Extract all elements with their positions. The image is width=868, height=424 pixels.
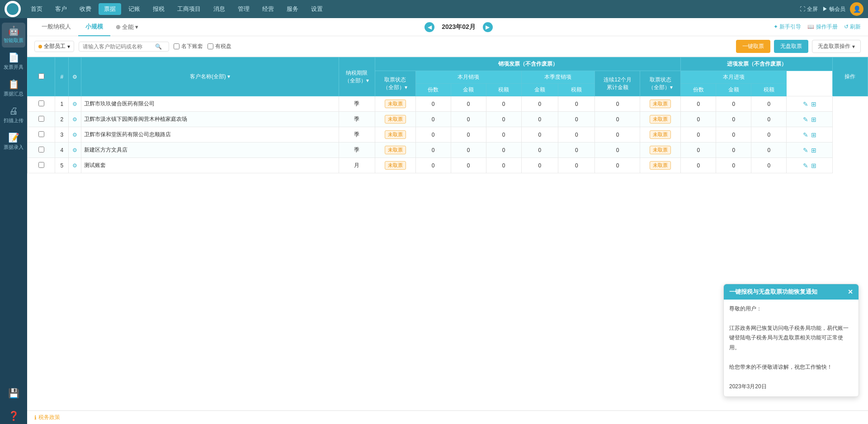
notification-close-btn[interactable]: ✕: [848, 288, 853, 295]
row-customer: 卫辉市保和堂医药有限公司忠顺路店: [81, 127, 339, 143]
th-tax-period[interactable]: 纳税期限（全部）▾: [339, 57, 375, 96]
view-icon[interactable]: ⊞: [811, 100, 816, 108]
row-sale-q-tax: 0: [558, 112, 594, 127]
row-customer: 卫辉市玖玖健合医药有限公司: [81, 96, 339, 112]
row-settings[interactable]: ⚙: [69, 143, 81, 158]
row-checkbox[interactable]: [28, 96, 55, 112]
no-disk-ops-btn[interactable]: 无盘取票操作 ▾: [812, 40, 861, 53]
nav-business[interactable]: 工商项目: [172, 3, 206, 15]
view-icon[interactable]: ⊞: [811, 131, 816, 138]
sidebar-item-summary[interactable]: 📋 票据汇总: [2, 76, 25, 101]
nav-manage[interactable]: 管理: [232, 3, 255, 15]
sidebar-item-entry[interactable]: 📝 票据录入: [2, 129, 25, 154]
row-sale-m-count: 0: [415, 143, 451, 158]
nav-tax[interactable]: 报税: [147, 3, 170, 15]
row-settings[interactable]: ⚙: [69, 158, 81, 173]
sidebar-item-invoice-issue[interactable]: 📄 发票开具: [2, 49, 25, 74]
new-guide-btn[interactable]: ✦ 新手引导: [774, 23, 801, 31]
th-sale-m-tax: 税额: [486, 84, 521, 96]
edit-icon[interactable]: ✎: [803, 147, 808, 154]
th-sale-m-count: 份数: [415, 84, 451, 96]
sidebar-item-smart-fetch[interactable]: 🤖 智能取票: [2, 23, 25, 48]
edit-icon[interactable]: ✎: [803, 131, 808, 138]
row-settings[interactable]: ⚙: [69, 112, 81, 127]
app-logo: [5, 1, 21, 17]
edit-icon[interactable]: ✎: [803, 162, 808, 169]
my-accounts-checkbox[interactable]: [174, 43, 179, 49]
fullscreen-btn[interactable]: ⛶ 全屏: [800, 5, 817, 13]
bottom-bar: ℹ 税务政策: [27, 410, 868, 424]
edit-icon[interactable]: ✎: [803, 100, 808, 108]
period-prev-btn[interactable]: ◀: [425, 22, 434, 32]
sidebar-item-scan[interactable]: 🖨 扫描上传: [2, 103, 25, 128]
tab-all[interactable]: ⊕ 全能 ▾: [110, 19, 144, 36]
refresh-btn[interactable]: ↺ 刷新: [844, 23, 861, 31]
nav-invoice[interactable]: 票据: [99, 3, 121, 15]
nav-message[interactable]: 消息: [208, 3, 231, 15]
row-purchase-m-tax: 0: [751, 112, 787, 127]
select-all-checkbox[interactable]: [38, 73, 44, 79]
th-purchase-m-tax: 税额: [751, 84, 787, 96]
view-icon[interactable]: ⊞: [811, 147, 816, 154]
sidebar-item-download[interactable]: 💾: [2, 385, 25, 401]
manual-btn[interactable]: 📖 操作手册: [807, 23, 837, 31]
row-purchase-m-count: 0: [681, 96, 716, 112]
has-disk-checkbox[interactable]: [208, 43, 213, 49]
checkbox-my-accounts[interactable]: 名下账套: [174, 43, 203, 50]
row-checkbox[interactable]: [28, 127, 55, 143]
sidebar: 🤖 智能取票 📄 发票开具 📋 票据汇总 🖨 扫描上传 📝 票据录入 💾 ❓: [0, 18, 27, 424]
search-input[interactable]: [83, 43, 155, 50]
summary-icon: 📋: [8, 80, 19, 89]
table-row: 3 ⚙ 卫辉市保和堂医药有限公司忠顺路店 季 未取票 0 0 0 0 0 0 未…: [28, 127, 868, 143]
view-icon[interactable]: ⊞: [811, 116, 816, 123]
notification-popup: 一键报税与无盘取票功能恢复通知 ✕ 尊敬的用户：江苏政务网已恢复访问电子税务局功…: [723, 284, 859, 397]
row-customer: 测试账套: [81, 158, 339, 173]
sidebar-item-help[interactable]: ❓: [2, 408, 25, 424]
nav-service[interactable]: 服务: [281, 3, 304, 15]
tab-small-scale[interactable]: 小规模: [78, 18, 110, 36]
row-purchase-m-amount: 0: [716, 127, 751, 143]
tax-policy-link[interactable]: ℹ 税务政策: [34, 414, 60, 421]
th-sale-status[interactable]: 取票状态（全部）▾: [375, 71, 415, 96]
row-sale-m-tax: 0: [486, 127, 521, 143]
row-purchase-m-amount: 0: [716, 158, 751, 173]
row-purchase-m-amount: 0: [716, 96, 751, 112]
row-sale-q-amount: 0: [521, 158, 558, 173]
no-disk-fetch-btn[interactable]: 无盘取票: [774, 40, 808, 53]
avatar[interactable]: 👤: [850, 2, 863, 16]
one-click-fetch-btn[interactable]: 一键取票: [736, 40, 770, 53]
nav-operation[interactable]: 经营: [257, 3, 279, 15]
period-label: 2023年02月: [442, 23, 476, 31]
row-checkbox[interactable]: [28, 112, 55, 127]
row-checkbox[interactable]: [28, 158, 55, 173]
row-actions: ✎ ⊞: [787, 112, 833, 127]
row-checkbox[interactable]: [28, 143, 55, 158]
notification-title: 一键报税与无盘取票功能恢复通知: [729, 288, 817, 296]
nav-customer[interactable]: 客户: [50, 3, 72, 15]
nav-account[interactable]: 记账: [123, 3, 146, 15]
row-settings[interactable]: ⚙: [69, 127, 81, 143]
row-sale-m-amount: 0: [451, 127, 486, 143]
member-btn[interactable]: ▶ 畅会员: [822, 5, 845, 13]
th-purchase-group: 进项发票（不含作废票）: [681, 57, 832, 71]
th-customer-label: 客户名称(全部) ▾: [190, 73, 230, 80]
row-purchase-m-count: 0: [681, 112, 716, 127]
search-icon[interactable]: 🔍: [155, 43, 162, 50]
view-icon[interactable]: ⊞: [811, 162, 816, 169]
nav-home[interactable]: 首页: [25, 3, 48, 15]
no-disk-ops-label: 无盘取票操作: [818, 43, 850, 50]
row-purchase-m-tax: 0: [751, 158, 787, 173]
edit-icon[interactable]: ✎: [803, 116, 808, 123]
row-sale-m-amount: 0: [451, 112, 486, 127]
th-purchase-status[interactable]: 取票状态（全部）▾: [640, 71, 681, 96]
row-settings[interactable]: ⚙: [69, 96, 81, 112]
employee-select[interactable]: 全部员工 ▾: [34, 41, 74, 52]
period-next-btn[interactable]: ▶: [483, 22, 493, 32]
tab-general-taxpayer[interactable]: 一般纳税人: [34, 18, 78, 36]
nav-fee[interactable]: 收费: [74, 3, 97, 15]
table-row: 1 ⚙ 卫辉市玖玖健合医药有限公司 季 未取票 0 0 0 0 0 0 未取票 …: [28, 96, 868, 112]
th-customer[interactable]: 客户名称(全部) ▾: [81, 57, 339, 96]
checkbox-has-disk[interactable]: 有税盘: [208, 43, 231, 50]
nav-settings[interactable]: 设置: [306, 3, 328, 15]
row-sale-m-amount: 0: [451, 158, 486, 173]
